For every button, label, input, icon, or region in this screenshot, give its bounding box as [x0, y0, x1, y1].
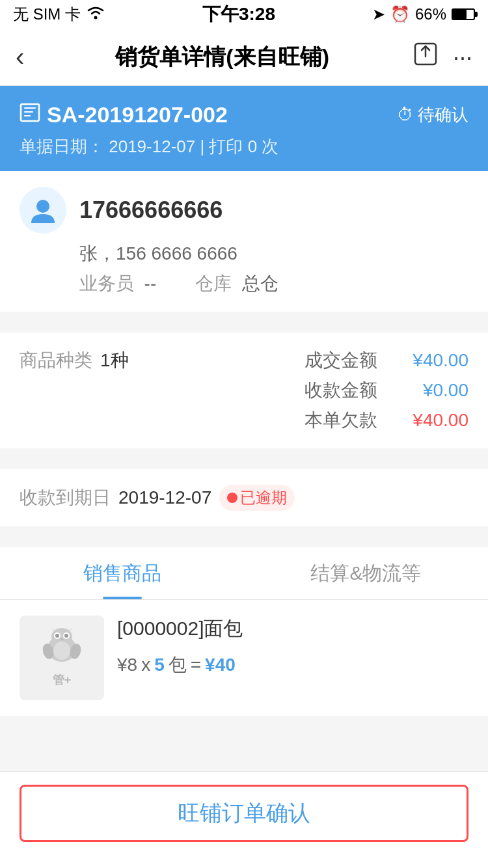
received-label: 收款金额: [305, 378, 377, 403]
product-price-row: ¥8 x 5 包 = ¥40: [117, 653, 468, 677]
status-bar-right: ➤ ⏰ 66%: [372, 5, 475, 23]
owed-row: 本单欠款 ¥40.00: [305, 408, 468, 433]
confirm-order-button[interactable]: 旺铺订单确认: [20, 785, 468, 842]
divider-1: [0, 322, 488, 332]
due-date-card: 收款到期日 2019-12-07 已逾期: [0, 469, 488, 526]
tab-sales-label: 销售商品: [83, 560, 161, 587]
location-icon: ➤: [372, 5, 385, 23]
product-type-value: 1种: [100, 348, 129, 373]
amount-row: 成交金额 ¥40.00: [305, 348, 468, 373]
back-button[interactable]: ‹: [9, 36, 31, 78]
status-bar: 无 SIM 卡 下午3:28 ➤ ⏰ 66%: [0, 0, 488, 29]
owed-value: ¥40.00: [390, 410, 468, 431]
status-bar-left: 无 SIM 卡: [13, 4, 105, 25]
product-multiply: x: [141, 655, 150, 675]
order-id: SA-20191207-002: [20, 102, 228, 128]
customer-avatar: [20, 187, 66, 234]
overdue-dot-icon: [227, 493, 237, 503]
tabs-container: 销售商品 结算&物流等: [0, 547, 488, 600]
print-info: | 打印 0 次: [200, 137, 278, 156]
battery-text: 66%: [415, 5, 446, 23]
customer-header: 17666666666: [20, 187, 468, 234]
amount-label: 成交金额: [305, 348, 377, 373]
carrier-text: 无 SIM 卡: [13, 4, 81, 25]
svg-point-9: [55, 634, 59, 638]
tab-settlement-label: 结算&物流等: [310, 560, 421, 587]
more-button[interactable]: ···: [453, 44, 472, 71]
customer-name-phone: 张，156 6666 6666: [20, 241, 468, 266]
wifi-icon: [86, 5, 105, 23]
date-label: 单据日期：: [20, 137, 104, 156]
summary-card: 商品种类 1种 成交金额 ¥40.00 收款金额 ¥0.00 本单欠款 ¥40.…: [0, 332, 488, 448]
warehouse-info: 仓库 总仓: [195, 271, 278, 296]
received-row: 收款金额 ¥0.00: [305, 378, 468, 403]
customer-phone: 17666666666: [79, 197, 223, 224]
customer-card: 17666666666 张，156 6666 6666 业务员 -- 仓库 总仓: [0, 171, 488, 312]
product-type: 商品种类 1种: [20, 348, 129, 373]
tab-settlement[interactable]: 结算&物流等: [244, 547, 488, 599]
sales-info: 业务员 --: [79, 271, 156, 296]
customer-meta: 业务员 -- 仓库 总仓: [20, 271, 468, 296]
share-button[interactable]: [414, 42, 437, 72]
svg-point-0: [94, 16, 98, 20]
order-date: 单据日期： 2019-12-07 | 打印 0 次: [20, 135, 468, 158]
sales-value: --: [139, 273, 156, 293]
product-name: [0000002]面包: [117, 616, 468, 642]
product-total: ¥40: [205, 655, 236, 675]
warehouse-value: 总仓: [237, 273, 278, 293]
battery-icon: [452, 8, 475, 20]
product-info: [0000002]面包 ¥8 x 5 包 = ¥40: [117, 616, 468, 677]
date-value: 2019-12-07: [109, 137, 195, 156]
order-icon: [20, 102, 40, 128]
due-date-value: 2019-12-07: [118, 487, 211, 508]
status-text: 待确认: [418, 103, 468, 126]
owl-plus-text: 管+: [53, 672, 72, 688]
bottom-bar: 旺铺订单确认: [0, 771, 488, 868]
svg-point-16: [53, 642, 70, 660]
nav-actions: ···: [414, 42, 472, 72]
warehouse-label: 仓库: [195, 273, 232, 293]
order-id-text: SA-20191207-002: [47, 102, 228, 128]
overdue-text: 已逾期: [240, 487, 287, 508]
nav-bar: ‹ 销货单详情(来自旺铺) ···: [0, 29, 488, 86]
amounts-section: 成交金额 ¥40.00 收款金额 ¥0.00 本单欠款 ¥40.00: [305, 348, 468, 433]
time-display: 下午3:28: [202, 2, 275, 27]
received-value: ¥0.00: [390, 380, 468, 401]
tab-sales-products[interactable]: 销售商品: [0, 547, 244, 599]
order-header-card: SA-20191207-002 ⏱ 待确认 单据日期： 2019-12-07 |…: [0, 86, 488, 171]
product-equals: =: [191, 655, 201, 675]
order-header-top: SA-20191207-002 ⏱ 待确认: [20, 102, 468, 128]
sales-label: 业务员: [79, 273, 134, 293]
owed-label: 本单欠款: [305, 408, 377, 433]
order-status: ⏱ 待确认: [397, 103, 468, 126]
due-label: 收款到期日: [20, 485, 111, 510]
product-thumbnail: 管+: [20, 616, 104, 700]
divider-3: [0, 537, 488, 547]
overdue-badge: 已逾期: [219, 485, 295, 511]
product-qty: 5: [154, 655, 165, 675]
product-section: 管+ [0000002]面包 ¥8 x 5 包 = ¥40: [0, 600, 488, 716]
owl-icon: [39, 628, 85, 670]
page-title: 销货单详情(来自旺铺): [115, 42, 329, 72]
divider-2: [0, 459, 488, 469]
product-type-label: 商品种类: [20, 348, 92, 373]
status-clock-icon: ⏱: [397, 105, 414, 125]
alarm-icon: ⏰: [390, 5, 410, 23]
svg-point-10: [64, 634, 68, 638]
amount-value: ¥40.00: [390, 350, 468, 371]
product-thumb-content: 管+: [39, 628, 85, 688]
product-unit: 包: [169, 653, 187, 677]
product-item: 管+ [0000002]面包 ¥8 x 5 包 = ¥40: [20, 616, 468, 700]
product-price: ¥8: [117, 655, 137, 675]
svg-point-4: [36, 200, 49, 213]
